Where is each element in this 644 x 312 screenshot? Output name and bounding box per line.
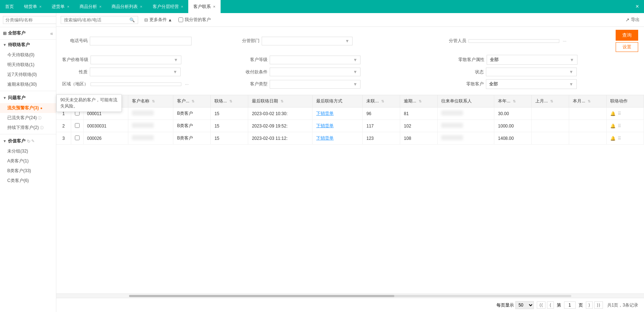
row-1-overdue: 81 <box>400 108 438 120</box>
row-3-checkbox <box>71 132 83 145</box>
sidebar-item-classB[interactable]: B类客户(33) <box>0 166 56 176</box>
my-customers-checkbox[interactable]: 我分管的客户 <box>178 17 211 23</box>
sidebar-item-overdue[interactable]: 逾期未联络(30) <box>0 80 56 89</box>
window-close-button[interactable]: × <box>631 3 644 10</box>
region-dots[interactable]: ··· <box>184 82 190 87</box>
row-1-type: B类客户 <box>173 108 211 120</box>
row-2-contact-icon[interactable]: 🔔 <box>610 123 616 129</box>
row-1-contact-icon[interactable]: 🔔 <box>610 111 616 116</box>
sidebar-item-classC[interactable]: C类客户(6) <box>0 176 56 186</box>
page-input[interactable] <box>564 301 576 309</box>
tab-sales[interactable]: 销货单 × <box>19 0 47 13</box>
tab-purchase-close[interactable]: × <box>67 4 69 9</box>
row-2-select[interactable] <box>75 123 80 128</box>
per-page-select[interactable]: 50 100 200 <box>515 301 534 309</box>
scrollbar-thumb[interactable] <box>129 295 394 297</box>
sidebar-item-week[interactable]: 近7天待联络(0) <box>0 70 56 80</box>
page-first-btn[interactable]: ⟨⟨ <box>537 301 546 309</box>
gender-label: 性质 <box>62 69 88 75</box>
row-1-action-icons: 🔔 ⠿ <box>610 111 640 116</box>
page-last-btn[interactable]: ⟩⟩ <box>594 301 603 309</box>
row-3-contact-person <box>438 132 494 145</box>
th-name[interactable]: 客户名称 ⇅ <box>128 95 173 108</box>
sidebar-all-customers[interactable]: ⊞ 全部客户 « <box>0 27 56 40</box>
th-last-type: 最后联络方式 <box>313 95 363 108</box>
row-3-more-icon[interactable]: ⠿ <box>618 136 621 141</box>
scrollbar-track[interactable] <box>129 295 571 297</box>
phone-input[interactable] <box>90 37 192 45</box>
retail-select[interactable]: 全部 ▼ <box>486 79 577 89</box>
my-customers-check[interactable] <box>178 17 183 22</box>
tab-goods-analysis-close[interactable]: × <box>99 4 101 9</box>
customer-type-select[interactable]: ▼ <box>270 80 361 89</box>
export-label: 导出 <box>631 17 640 23</box>
retail-attr-select[interactable]: 全部 ▼ <box>487 55 577 65</box>
sidebar-item-classA[interactable]: A类客户(1) <box>0 156 56 166</box>
tab-customer-layer-close[interactable]: × <box>181 4 183 9</box>
person-select[interactable] <box>468 39 559 43</box>
th-contact-person: 往来单位联系人 <box>438 95 494 108</box>
filter-icon: ⊟ <box>144 17 148 23</box>
horizontal-scrollbar[interactable] <box>56 293 644 298</box>
payment-select[interactable]: ▼ <box>270 68 361 76</box>
tab-home[interactable]: 首页 <box>0 0 19 13</box>
row-2-more-icon[interactable]: ⠿ <box>618 123 621 129</box>
row-2-last-type-link[interactable]: 下销货单 <box>316 123 334 128</box>
row-1-last-type-link[interactable]: 下销货单 <box>316 111 334 116</box>
gender-select[interactable]: ▼ <box>90 68 181 76</box>
sidebar-item-churned[interactable]: 已流失客户(24) ⓘ <box>0 113 56 123</box>
person-dots[interactable]: ··· <box>562 39 568 44</box>
sidebar-item-overdue-label: 逾期未联络(30) <box>7 82 37 87</box>
adv-field-dept: 分管部门 ▼ <box>234 37 440 45</box>
row-3-select[interactable] <box>75 135 80 140</box>
tab-customer-layer[interactable]: 客户分层经营 × <box>148 0 188 13</box>
more-conditions-btn[interactable]: ⊟ 更多条件 ▲ <box>141 15 176 24</box>
dept-select[interactable]: ▼ <box>262 37 353 45</box>
sidebar-item-declining[interactable]: 持续下滑客户(2) ⓘ <box>0 123 56 133</box>
row-3-contact-icon[interactable]: 🔔 <box>610 136 616 141</box>
table-row: 1 000011 B类客户 15 2023-03-02 10:30: 下销货单 … <box>56 108 644 120</box>
tab-goods-analysis[interactable]: 商品分析 × <box>75 0 106 13</box>
adv-field-payment: 收付款条件 ▼ <box>242 68 458 76</box>
value-refresh-icon[interactable]: ↻ <box>27 139 31 144</box>
settings-button[interactable]: 设置 <box>616 42 638 52</box>
sidebar-item-tomorrow[interactable]: 明天待联络(1) <box>0 60 56 70</box>
sidebar-search-input[interactable] <box>3 16 56 24</box>
tab-purchase[interactable]: 进货单 × <box>47 0 74 13</box>
region-select[interactable] <box>90 82 181 86</box>
page-next-btn[interactable]: ⟩ <box>586 301 593 309</box>
sidebar-section-value[interactable]: ▼ 价值客户 ↻ ✎ <box>0 136 56 146</box>
price-grade-select[interactable]: ▼ <box>90 56 181 64</box>
sidebar-section-waiting[interactable]: ▼ 待联络客户 <box>0 40 56 50</box>
row-2-not-contacted: 117 <box>363 120 400 132</box>
row-1-more-icon[interactable]: ⠿ <box>618 111 621 116</box>
sidebar-item-ungrouped[interactable]: 未分组(32) <box>0 146 56 156</box>
tab-goods-list[interactable]: 商品分析列表 × <box>106 0 147 13</box>
page-suffix: 页 <box>577 302 584 308</box>
tab-goods-list-close[interactable]: × <box>140 4 142 9</box>
filter-search-icon[interactable]: 🔍 <box>129 17 135 23</box>
status-select[interactable]: ▼ <box>486 68 577 76</box>
export-button[interactable]: ↗ 导出 <box>625 17 640 23</box>
sidebar-collapse-icon[interactable]: « <box>50 31 53 36</box>
tab-sales-close[interactable]: × <box>39 4 41 9</box>
filter-search-box: 🔍 <box>61 16 138 24</box>
sidebar-divider-1 <box>0 91 56 91</box>
sidebar-section-problem[interactable]: ▼ 问题客户 <box>0 93 56 103</box>
sidebar-item-churn-warning[interactable]: 流失预警客户(3) ● <box>0 103 56 113</box>
filter-search-input[interactable] <box>64 17 129 23</box>
payment-label: 收付款条件 <box>242 69 267 75</box>
row-3-last-type-link[interactable]: 下销货单 <box>316 135 334 141</box>
customer-grade-select[interactable]: ▼ <box>270 56 361 64</box>
page-prev-btn[interactable]: ⟨ <box>547 301 554 309</box>
row-1-contact-count: 15 <box>211 108 248 120</box>
tab-customer-contact[interactable]: 客户联系 × <box>188 0 220 13</box>
sidebar-divider-2 <box>0 134 56 134</box>
sidebar-item-today[interactable]: 今天待联络(0) <box>0 50 56 60</box>
tab-purchase-label: 进货单 <box>52 4 65 10</box>
value-edit-icon[interactable]: ✎ <box>31 139 35 143</box>
query-button[interactable]: 查询 <box>616 30 638 41</box>
tab-customer-contact-close[interactable]: × <box>213 4 215 9</box>
top-tab-bar: 首页 销货单 × 进货单 × 商品分析 × 商品分析列表 × 客户分层经营 × … <box>0 0 644 13</box>
status-label: 状态 <box>458 69 484 75</box>
